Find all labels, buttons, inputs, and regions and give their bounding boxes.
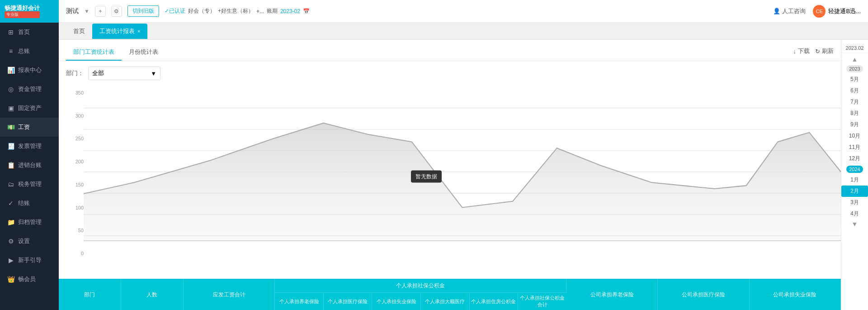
rp-down-btn[interactable]: ▼ bbox=[851, 219, 859, 229]
th-personal-total: 个人承担社保公积金合计 bbox=[518, 293, 566, 310]
topbar-add-btn[interactable]: + bbox=[95, 6, 106, 17]
select-arrow-icon: ▼ bbox=[151, 70, 156, 77]
refresh-icon: ↻ bbox=[815, 48, 820, 55]
ledger-icon: ≡ bbox=[7, 48, 14, 55]
topbar-right: 👤 人工咨询 CE 轻捷通B迅... bbox=[773, 5, 861, 18]
rp-month-feb-2024[interactable]: 2月 bbox=[841, 186, 868, 197]
rp-month-mar-2024[interactable]: 3月 bbox=[841, 197, 868, 208]
guide-icon: ▶ bbox=[7, 257, 14, 264]
tabbar: 首页 工资统计报表 × bbox=[59, 23, 868, 40]
sidebar-item-salary[interactable]: 💵 工资 bbox=[0, 118, 59, 137]
tab-home[interactable]: 首页 bbox=[66, 24, 92, 39]
sidebar-item-label: 新手引导 bbox=[18, 256, 42, 264]
rp-month-may[interactable]: 5月 bbox=[841, 74, 868, 85]
subtab-dept[interactable]: 部门工资统计表 bbox=[66, 44, 122, 61]
salary-icon: 💵 bbox=[7, 124, 14, 131]
sidebar-item-funds[interactable]: ◎ 资金管理 bbox=[0, 80, 59, 99]
topbar-arrow-icon: ▼ bbox=[84, 8, 90, 14]
rp-month-oct[interactable]: 10月 bbox=[841, 130, 868, 142]
sidebar-item-label: 进销台账 bbox=[18, 161, 42, 169]
sidebar-item-closing[interactable]: ✓ 结账 bbox=[0, 194, 59, 213]
y-label-350: 350 bbox=[63, 90, 84, 95]
subtabs-left: 部门工资统计表 月份统计表 bbox=[66, 44, 165, 61]
content-area: 部门工资统计表 月份统计表 ↓ 下载 ↻ 刷新 bbox=[59, 40, 868, 310]
rp-month-dec[interactable]: 12月 bbox=[841, 153, 868, 164]
rp-up-btn[interactable]: ▲ bbox=[851, 55, 859, 64]
filterbar: 部门： 全部 ▼ bbox=[59, 61, 841, 86]
th-total-salary: 应发工资合计 bbox=[184, 279, 275, 310]
refresh-btn[interactable]: ↻ 刷新 bbox=[815, 47, 834, 55]
logo-badge: 专业版 bbox=[5, 11, 40, 18]
main-left: 部门工资统计表 月份统计表 ↓ 下载 ↻ 刷新 bbox=[59, 40, 841, 310]
sidebar-item-label: 资金管理 bbox=[18, 85, 42, 93]
th-personal-medical: 个人承担医疗保险 bbox=[324, 293, 373, 310]
period-label: 账期 bbox=[267, 7, 278, 15]
th-personal-pension: 个人承担养老保险 bbox=[275, 293, 324, 310]
settings-icon: ⚙ bbox=[7, 238, 14, 245]
sidebar-item-sales[interactable]: 📋 进销台账 bbox=[0, 156, 59, 175]
rp-month-aug[interactable]: 8月 bbox=[841, 108, 868, 119]
y-label-50: 50 bbox=[63, 228, 84, 233]
filter-label: 部门： bbox=[66, 69, 84, 77]
subtab-monthly[interactable]: 月份统计表 bbox=[122, 44, 165, 61]
rp-month-apr-2024[interactable]: 4月 bbox=[841, 208, 868, 219]
sidebar-item-invoices[interactable]: 🧾 发票管理 bbox=[0, 137, 59, 156]
chart-tooltip: 暂无数据 bbox=[411, 170, 442, 182]
sidebar-item-label: 首页 bbox=[18, 28, 30, 36]
th-personal-major-medical: 个人承担大额医疗 bbox=[421, 293, 470, 310]
tax-icon: 🗂 bbox=[7, 181, 14, 188]
user-area: CE 轻捷通B迅... bbox=[813, 5, 861, 18]
dept-select[interactable]: 全部 ▼ bbox=[88, 67, 160, 80]
period-value: 2023-02 bbox=[280, 8, 300, 14]
tab-salary-label: 工资统计报表 bbox=[99, 27, 135, 35]
home-icon: ⊞ bbox=[7, 29, 14, 36]
rp-month-sep[interactable]: 9月 bbox=[841, 119, 868, 130]
sidebar-item-ledger[interactable]: ≡ 总账 bbox=[0, 42, 59, 61]
main-content-area: 部门工资统计表 月份统计表 ↓ 下载 ↻ 刷新 bbox=[59, 40, 868, 310]
rp-month-jun[interactable]: 6月 bbox=[841, 85, 868, 96]
rp-month-jan-2024[interactable]: 1月 bbox=[841, 174, 868, 186]
sidebar-item-members[interactable]: 👑 畅会员 bbox=[0, 270, 59, 289]
topbar-title: 测试 bbox=[66, 7, 79, 15]
sidebar-item-label: 归档管理 bbox=[18, 218, 42, 226]
sidebar-item-assets[interactable]: ▣ 固定资产 bbox=[0, 99, 59, 118]
y-label-200: 200 bbox=[63, 159, 84, 164]
rp-year-2023[interactable]: 2023 bbox=[846, 65, 863, 72]
rp-month-jul[interactable]: 7月 bbox=[841, 96, 868, 108]
topbar-settings-btn[interactable]: ⚙ bbox=[111, 6, 122, 17]
y-label-300: 300 bbox=[63, 113, 84, 119]
user-avatar: CE bbox=[813, 5, 826, 18]
sidebar-item-reports[interactable]: 📊 报表中心 bbox=[0, 61, 59, 80]
support-icon: 👤 bbox=[773, 8, 780, 14]
rp-year-2024[interactable]: 2024 bbox=[846, 166, 863, 173]
tab-close-btn[interactable]: × bbox=[137, 29, 140, 34]
sidebar-item-home[interactable]: ⊞ 首页 bbox=[0, 23, 59, 42]
rp-month-nov[interactable]: 11月 bbox=[841, 142, 868, 153]
y-label-100: 100 bbox=[63, 205, 84, 210]
chart-area: 0 50 100 150 200 250 300 350 bbox=[59, 86, 841, 279]
th-group-label: 个人承担社保公积金 bbox=[275, 279, 566, 293]
subtabs: 部门工资统计表 月份统计表 ↓ 下载 ↻ 刷新 bbox=[59, 40, 841, 61]
sidebar-item-settings[interactable]: ⚙ 设置 bbox=[0, 232, 59, 251]
download-btn[interactable]: ↓ 下载 bbox=[793, 47, 810, 55]
logo-text: 畅捷通好会计 bbox=[5, 5, 40, 12]
sidebar-item-label: 畅会员 bbox=[18, 275, 36, 283]
support-btn[interactable]: 👤 人工咨询 bbox=[773, 7, 806, 15]
calendar-icon[interactable]: 📅 bbox=[303, 8, 310, 14]
line-chart bbox=[84, 86, 841, 261]
y-axis: 0 50 100 150 200 250 300 350 bbox=[63, 86, 86, 261]
topbar-switch-button[interactable]: 切到旧版 bbox=[127, 5, 159, 17]
certified-tag: ✓已认证 bbox=[165, 7, 185, 15]
sidebar-item-archive[interactable]: 📁 归档管理 bbox=[0, 213, 59, 232]
th-personal-group: 个人承担社保公积金 个人承担养老保险 个人承担医疗保险 个人承担失业保险 个人承… bbox=[275, 279, 566, 310]
sidebar-item-guide[interactable]: ▶ 新手引导 bbox=[0, 251, 59, 270]
th-company-unemployment: 公司承担失业保险 bbox=[750, 279, 841, 310]
funds-icon: ◎ bbox=[7, 86, 14, 93]
download-icon: ↓ bbox=[793, 48, 797, 55]
table-header: 部门 人数 应发工资合计 个人承担社保公积金 个人承担养老保险 个人承担医疗保险… bbox=[59, 279, 841, 310]
th-personal-housing: 个人承担住房公积金 bbox=[470, 293, 519, 310]
tag1: 好会（专） bbox=[188, 7, 215, 15]
subtabs-right: ↓ 下载 ↻ 刷新 bbox=[793, 47, 834, 58]
tab-salary-report[interactable]: 工资统计报表 × bbox=[92, 24, 147, 39]
sidebar-item-tax[interactable]: 🗂 税务管理 bbox=[0, 175, 59, 194]
